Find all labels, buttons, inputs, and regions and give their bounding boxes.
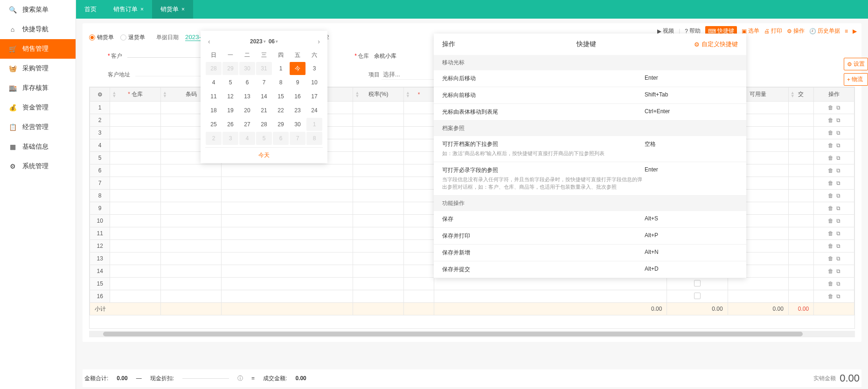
- tab-1[interactable]: 销售订单×: [105, 0, 152, 19]
- day-next[interactable]: 8: [306, 132, 322, 145]
- day[interactable]: 5: [222, 76, 238, 89]
- tab-close-icon[interactable]: ×: [181, 6, 185, 13]
- copy-icon[interactable]: ⧉: [836, 117, 840, 123]
- delete-icon[interactable]: 🗑: [828, 205, 833, 212]
- th-req[interactable]: ▲▼*: [403, 88, 434, 102]
- day[interactable]: 23: [290, 104, 306, 117]
- copy-icon[interactable]: ⧉: [836, 268, 840, 274]
- copy-icon[interactable]: ⧉: [836, 243, 840, 249]
- day-next[interactable]: 5: [256, 132, 272, 145]
- radio-sale[interactable]: 销货单: [89, 34, 114, 41]
- tab-2[interactable]: 销货单×: [152, 0, 193, 19]
- th-tax[interactable]: ▲▼税率(%): [353, 88, 404, 102]
- day[interactable]: 10: [306, 76, 322, 89]
- delete-icon[interactable]: 🗑: [828, 280, 833, 287]
- month-select[interactable]: 06▾: [269, 38, 278, 45]
- copy-icon[interactable]: ⧉: [836, 130, 840, 136]
- day[interactable]: 14: [256, 90, 272, 103]
- prev-month-button[interactable]: ‹: [205, 38, 213, 45]
- day-next[interactable]: 2: [206, 132, 222, 145]
- delete-icon[interactable]: 🗑: [828, 230, 833, 237]
- delete-icon[interactable]: 🗑: [828, 117, 833, 123]
- delete-icon[interactable]: 🗑: [828, 218, 833, 224]
- th-deliver[interactable]: ▲▼交: [788, 88, 813, 102]
- cash-discount-input[interactable]: [182, 378, 229, 379]
- copy-icon[interactable]: ⧉: [836, 230, 840, 237]
- delete-icon[interactable]: 🗑: [828, 130, 833, 136]
- copy-icon[interactable]: ⧉: [836, 280, 840, 287]
- radio-return[interactable]: 退货单: [120, 34, 145, 41]
- day[interactable]: 28: [256, 118, 272, 131]
- day[interactable]: 12: [222, 90, 238, 103]
- custom-hotkey-button[interactable]: ⚙ 自定义快捷键: [694, 40, 738, 48]
- warehouse-value[interactable]: 余杭小库: [374, 53, 396, 59]
- sidebar-item-5[interactable]: 💰资金管理: [0, 98, 76, 117]
- delete-icon[interactable]: 🗑: [828, 167, 833, 174]
- gift-checkbox[interactable]: [694, 280, 701, 287]
- day[interactable]: 30: [290, 118, 306, 131]
- day[interactable]: 24: [306, 104, 322, 117]
- logistics-button[interactable]: + 物流: [844, 73, 868, 86]
- settings-button[interactable]: ⚙ 设置: [844, 58, 868, 70]
- day-prev[interactable]: 28: [206, 62, 222, 75]
- next-month-button[interactable]: ›: [315, 38, 323, 45]
- day[interactable]: 18: [206, 104, 222, 117]
- day-next[interactable]: 6: [273, 132, 289, 145]
- day[interactable]: 17: [306, 90, 322, 103]
- delete-icon[interactable]: 🗑: [828, 104, 833, 111]
- day[interactable]: 27: [239, 118, 255, 131]
- day-prev[interactable]: 30: [239, 62, 255, 75]
- day[interactable]: 8: [273, 76, 289, 89]
- day[interactable]: 9: [290, 76, 306, 89]
- sidebar-item-1[interactable]: ⌂快捷导航: [0, 20, 76, 39]
- day-next[interactable]: 1: [306, 118, 322, 131]
- day[interactable]: 13: [239, 90, 255, 103]
- day[interactable]: 1: [273, 62, 289, 75]
- delete-icon[interactable]: 🗑: [828, 293, 833, 300]
- delete-icon[interactable]: 🗑: [828, 180, 833, 186]
- delete-icon[interactable]: 🗑: [828, 255, 833, 262]
- day[interactable]: 29: [273, 118, 289, 131]
- horizontal-scrollbar[interactable]: [89, 331, 855, 337]
- delete-icon[interactable]: 🗑: [828, 142, 833, 149]
- day[interactable]: 6: [239, 76, 255, 89]
- th-gear[interactable]: ⚙: [90, 88, 110, 102]
- day-prev[interactable]: 29: [222, 62, 238, 75]
- sidebar-item-0[interactable]: 🔍搜索菜单: [0, 0, 76, 20]
- copy-icon[interactable]: ⧉: [836, 205, 840, 212]
- today-button[interactable]: 今天: [258, 152, 270, 158]
- delete-icon[interactable]: 🗑: [828, 243, 833, 249]
- day-next[interactable]: 7: [290, 132, 306, 145]
- copy-icon[interactable]: ⧉: [836, 104, 840, 111]
- day-next[interactable]: 3: [222, 132, 238, 145]
- day-today[interactable]: 今: [290, 62, 306, 75]
- sidebar-item-6[interactable]: 📋经营管理: [0, 117, 76, 137]
- sidebar-item-2[interactable]: 🛒销售管理: [0, 39, 76, 59]
- sidebar-item-4[interactable]: 🏬库存核算: [0, 78, 76, 98]
- table-row[interactable]: 16 🗑⧉: [90, 290, 854, 303]
- day-prev[interactable]: 31: [256, 62, 272, 75]
- day[interactable]: 25: [206, 118, 222, 131]
- day[interactable]: 4: [206, 76, 222, 89]
- day[interactable]: 15: [273, 90, 289, 103]
- copy-icon[interactable]: ⧉: [836, 293, 840, 300]
- day[interactable]: 19: [222, 104, 238, 117]
- day[interactable]: 20: [239, 104, 255, 117]
- delete-icon[interactable]: 🗑: [828, 192, 833, 199]
- day[interactable]: 7: [256, 76, 272, 89]
- day[interactable]: 16: [290, 90, 306, 103]
- tab-0[interactable]: 首页: [76, 0, 105, 19]
- project-input[interactable]: [382, 69, 437, 80]
- gift-checkbox[interactable]: [694, 293, 701, 299]
- day[interactable]: 26: [222, 118, 238, 131]
- sidebar-item-7[interactable]: ▦基础信息: [0, 137, 76, 157]
- day[interactable]: 3: [306, 62, 322, 75]
- copy-icon[interactable]: ⧉: [836, 167, 840, 174]
- th-warehouse[interactable]: ▲▼* 仓库: [110, 88, 161, 102]
- day[interactable]: 22: [273, 104, 289, 117]
- copy-icon[interactable]: ⧉: [836, 218, 840, 224]
- sidebar-item-8[interactable]: ⚙系统管理: [0, 157, 76, 176]
- table-row[interactable]: 15 🗑⧉: [90, 278, 854, 290]
- day[interactable]: 21: [256, 104, 272, 117]
- info-icon[interactable]: ⓘ: [237, 375, 243, 382]
